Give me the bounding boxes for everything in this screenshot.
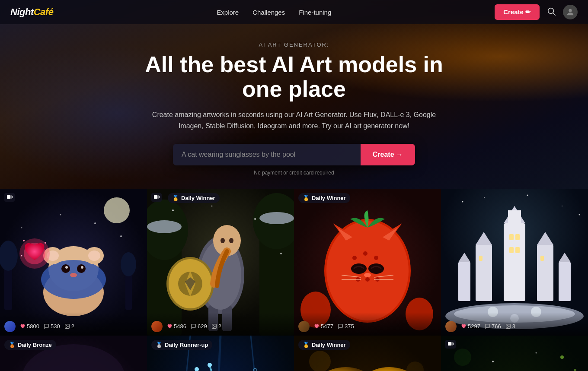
likes-stat: 5477 <box>314 323 333 330</box>
logo[interactable]: NightCafé <box>10 6 53 18</box>
svg-point-28 <box>120 235 122 237</box>
hero-description: Create amazing artworks in seconds using… <box>151 109 437 131</box>
likes-stat: 5800 <box>20 323 39 330</box>
svg-point-70 <box>351 263 367 274</box>
hero-create-button[interactable]: Create → <box>361 144 415 165</box>
svg-point-27 <box>60 214 61 215</box>
svg-point-11 <box>41 260 106 299</box>
hero-content: AI ART GENERATOR: All the best AI Art mo… <box>130 24 458 189</box>
svg-rect-101 <box>540 256 544 261</box>
svg-point-24 <box>45 242 46 244</box>
gallery-item[interactable]: 🥉 Daily Bronze <box>0 336 147 371</box>
svg-point-58 <box>213 325 214 326</box>
images-stat: 2 <box>64 323 74 330</box>
svg-point-26 <box>94 222 96 224</box>
avatar[interactable] <box>563 5 578 19</box>
images-stat: 2 <box>211 323 221 330</box>
gallery-item[interactable] <box>441 336 588 371</box>
svg-rect-98 <box>509 247 514 253</box>
nav-right: Create ✏ <box>495 4 578 20</box>
search-icon[interactable] <box>546 6 556 18</box>
item-avatar <box>298 321 310 332</box>
nav-links: Explore Challenges Fine-tuning <box>217 9 331 16</box>
svg-point-165 <box>560 355 564 359</box>
hero-subtitle: AI ART GENERATOR: <box>138 41 450 48</box>
svg-point-83 <box>562 206 562 206</box>
nav-finetuning[interactable]: Fine-tuning <box>299 9 331 16</box>
comments-stat: 629 <box>191 323 207 330</box>
svg-point-17 <box>77 264 86 273</box>
nav-create-button[interactable]: Create ✏ <box>495 4 540 20</box>
svg-point-50 <box>229 238 233 243</box>
svg-point-53 <box>211 205 213 206</box>
hero-input-row: Create → <box>173 144 415 165</box>
svg-point-20 <box>70 273 77 277</box>
nav-explore[interactable]: Explore <box>217 9 239 16</box>
gallery-item[interactable]: 🥇 Daily Winner 5486 629 2 <box>147 189 294 336</box>
hero-section: AI ART GENERATOR: All the best AI Art mo… <box>0 0 588 189</box>
svg-point-29 <box>21 227 22 228</box>
svg-rect-97 <box>515 234 520 240</box>
svg-point-82 <box>527 194 528 196</box>
gallery-item[interactable]: 5800 530 2 <box>0 189 147 336</box>
svg-rect-176 <box>448 342 451 345</box>
svg-marker-31 <box>12 195 13 198</box>
item-avatar <box>445 321 457 332</box>
svg-point-108 <box>507 325 508 326</box>
svg-point-18 <box>65 266 68 269</box>
svg-rect-90 <box>537 245 553 301</box>
svg-point-40 <box>259 212 294 224</box>
svg-rect-55 <box>154 195 157 198</box>
video-badge <box>4 193 15 202</box>
svg-point-25 <box>21 255 22 256</box>
svg-marker-177 <box>453 342 454 345</box>
svg-point-84 <box>579 214 580 215</box>
likes-stat: 5297 <box>461 323 480 330</box>
likes-stat: 5486 <box>167 323 186 330</box>
svg-point-71 <box>368 263 384 274</box>
svg-point-19 <box>81 266 83 269</box>
svg-rect-87 <box>508 210 521 225</box>
daily-winner-badge: 🥇 Daily Winner <box>168 193 220 203</box>
item-footer: 5486 629 2 <box>147 312 294 336</box>
daily-winner-badge: 🥇 Daily Winner <box>298 193 350 203</box>
video-badge <box>151 193 162 202</box>
nav-challenges[interactable]: Challenges <box>252 9 285 16</box>
navbar: NightCafé Explore Challenges Fine-tuning… <box>0 0 588 24</box>
svg-point-15 <box>88 251 100 261</box>
svg-point-52 <box>254 218 256 220</box>
svg-point-16 <box>61 264 70 273</box>
gallery-item[interactable]: 5297 766 3 <box>441 189 588 336</box>
svg-point-81 <box>484 197 485 198</box>
svg-point-67 <box>365 277 370 282</box>
svg-rect-30 <box>7 195 10 198</box>
hero-title: All the best AI Art models in one place <box>138 52 450 101</box>
svg-point-62 <box>352 256 357 260</box>
svg-rect-92 <box>458 262 470 301</box>
item-footer: 5297 766 3 <box>441 312 588 336</box>
gallery-grid: 5800 530 2 <box>0 189 588 371</box>
daily-bronze-badge: 🥉 Daily Bronze <box>4 340 56 350</box>
svg-point-63 <box>363 251 368 256</box>
svg-point-49 <box>220 238 225 243</box>
svg-point-171 <box>492 361 494 362</box>
svg-rect-94 <box>559 262 571 301</box>
svg-rect-88 <box>476 245 492 301</box>
gallery-item[interactable]: 🥈 Daily Runner-up <box>147 336 294 371</box>
svg-point-61 <box>326 221 409 320</box>
svg-point-64 <box>374 256 378 260</box>
item-stats: 5477 375 <box>314 323 354 330</box>
prompt-input[interactable] <box>173 144 361 165</box>
svg-rect-96 <box>509 234 514 240</box>
comments-stat: 766 <box>485 323 501 330</box>
daily-winner-badge: 🥇 Daily Winner <box>298 340 350 350</box>
svg-point-80 <box>462 201 463 202</box>
gallery-item[interactable]: 🥇 Daily Winner 5477 375 <box>294 189 441 336</box>
svg-point-172 <box>536 352 537 353</box>
item-footer: 5477 375 <box>294 312 441 336</box>
svg-point-54 <box>280 253 282 254</box>
gallery-item[interactable]: 🥇 Daily Winner <box>294 336 441 371</box>
svg-point-131 <box>208 363 212 367</box>
item-avatar <box>4 321 16 332</box>
no-payment-text: No payment or credit card required <box>138 170 450 176</box>
